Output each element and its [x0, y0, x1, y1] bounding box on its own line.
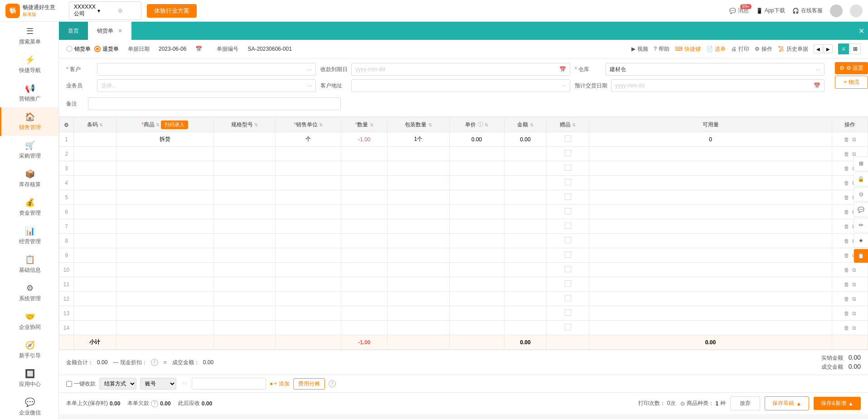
delete-icon[interactable]: 🗑 [844, 194, 849, 201]
warehouse-input[interactable]: 建材仓 ··· [606, 63, 824, 76]
save-new-button[interactable]: 保存&新增 ▲ [814, 397, 861, 410]
payment-checkbox-input[interactable] [66, 381, 72, 387]
float-btn-4[interactable]: 💬 [853, 202, 868, 217]
sidebar-item-inventory[interactable]: 📦 库存核算 [0, 164, 58, 193]
row-1-product[interactable]: 拆货 [116, 132, 213, 147]
delete-icon[interactable]: 🗑 [844, 238, 849, 244]
delete-icon[interactable]: 🗑 [844, 325, 849, 331]
next-record-button[interactable]: ▶ [824, 44, 833, 53]
sort-icon[interactable]: ⇅ [99, 122, 103, 127]
spec-sort-icon[interactable]: ⇅ [254, 122, 258, 127]
prev-record-button[interactable]: ◀ [814, 44, 823, 53]
sidebar-item-basic[interactable]: 📋 基础信息 [0, 250, 58, 279]
list-view-button[interactable]: ≡ [838, 43, 849, 54]
delete-icon[interactable]: 🗑 [844, 223, 849, 230]
delete-icon[interactable]: 🗑 [844, 267, 849, 273]
copy-icon[interactable]: ⧉ [852, 296, 856, 302]
float-btn-7[interactable]: 📋 [853, 249, 868, 263]
delete-icon[interactable]: 🗑 [844, 151, 849, 157]
operation-action[interactable]: ⚙ 操作 [755, 45, 772, 53]
row-1-pkg-qty[interactable]: 1个 [388, 132, 450, 147]
float-btn-1[interactable]: ⊞ [853, 156, 868, 171]
price-sort-icon[interactable]: ⇅ [485, 122, 488, 127]
copy-icon[interactable]: ⧉ [852, 310, 856, 317]
row-1-amount[interactable]: 0.00 [504, 132, 547, 147]
help-action[interactable]: ? 帮助 [654, 45, 669, 53]
sidebar-item-apps[interactable]: 🔲 应用中心 [0, 364, 58, 393]
delete-icon[interactable]: 🗑 [844, 165, 849, 172]
delete-icon[interactable]: 🗑 [844, 209, 849, 215]
product-kind-radio-icon[interactable]: ⊙ [680, 400, 685, 407]
video-action[interactable]: ▶ 视频 [631, 45, 648, 53]
delete-icon[interactable]: 🗑 [844, 296, 849, 302]
shortcut-key-action[interactable]: ⌨ 快捷键 [675, 45, 701, 53]
sidebar-item-operations[interactable]: 📊 经营管理 [0, 222, 58, 250]
float-btn-2[interactable]: 🔒 [853, 172, 868, 186]
delete-icon[interactable]: 🗑 [844, 180, 849, 186]
price-info-icon[interactable]: ⓘ [478, 121, 483, 128]
payment-method-select[interactable]: 结算方式 [99, 378, 136, 390]
sidebar-item-purchase[interactable]: 🛒 采购管理 [0, 136, 58, 164]
row-2-product[interactable] [116, 147, 213, 161]
calendar-icon[interactable]: 📅 [195, 46, 202, 52]
grid-view-button[interactable]: ⊞ [850, 43, 861, 54]
expense-help-icon[interactable]: ? [329, 380, 336, 387]
gear-icon[interactable]: ⚙ [118, 8, 136, 14]
delete-icon[interactable]: 🗑 [844, 310, 849, 317]
tab-home[interactable]: 首页 [59, 22, 88, 40]
delete-icon[interactable]: 🗑 [844, 281, 849, 288]
print-action[interactable]: 🖨 打印 [731, 45, 749, 53]
sidebar-item-guide[interactable]: 🧭 新手引导 [0, 336, 58, 364]
sidebar-item-wechat[interactable]: 💬 企业微信 [0, 393, 58, 419]
message-item[interactable]: 💬 消息 99+ [729, 7, 749, 14]
float-btn-5[interactable]: ✏ [853, 218, 868, 232]
copy-icon[interactable]: ⧉ [852, 281, 856, 288]
discard-button[interactable]: 放弃 [730, 396, 760, 410]
payment-amount-input[interactable] [192, 378, 266, 390]
delete-icon-1[interactable]: 🗑 [844, 136, 849, 143]
due-date-calendar-icon[interactable]: 📅 [559, 66, 566, 72]
gift-checkbox-1[interactable] [565, 135, 571, 142]
sidebar-item-corp[interactable]: 🤝 企业协同 [0, 307, 58, 336]
radio-return-order[interactable]: 退货单 [94, 45, 119, 53]
amount-sort-icon[interactable]: ⇅ [530, 122, 533, 127]
history-action[interactable]: 📜 历史单据 [778, 45, 808, 53]
trial-button[interactable]: 体验行业方案 [147, 4, 197, 18]
expected-date-calendar-icon[interactable]: 📅 [814, 82, 820, 89]
row-2-barcode[interactable] [74, 147, 116, 161]
save-draft-button[interactable]: 保存草稿 ▲ [765, 396, 809, 410]
online-service-item[interactable]: 🎧 在线客服 [792, 7, 823, 14]
sidebar-item-marketing[interactable]: 📢 营销推广 [0, 79, 58, 107]
float-btn-6[interactable]: ★ [853, 233, 868, 248]
select-order-action[interactable]: 📄 选单 [706, 45, 726, 53]
payment-account-select[interactable]: 账号 [140, 378, 176, 390]
delete-icon[interactable]: 🗑 [844, 252, 849, 259]
row-1-spec[interactable] [213, 132, 276, 147]
sidebar-item-sales[interactable]: 🏠 销售管理 [0, 107, 58, 136]
tab-close-icon[interactable]: ✕ [118, 28, 122, 34]
customer-addr-input[interactable]: ··· [351, 79, 570, 92]
salesperson-input[interactable]: 选择... ··· [97, 79, 316, 92]
company-selector[interactable]: XXXXXX公司 ▾ ⚙ [69, 1, 141, 20]
row-1-price[interactable]: 0.00 [449, 132, 504, 147]
row-1-gift[interactable] [547, 132, 589, 147]
float-btn-3[interactable]: ⊙ [853, 187, 868, 202]
close-all-tabs-button[interactable]: ✕ [858, 27, 864, 35]
sidebar-item-system[interactable]: ⚙ 系统管理 [0, 279, 58, 307]
sidebar-item-shortcut[interactable]: ⚡ 快捷导航 [0, 50, 58, 79]
copy-icon[interactable]: ⧉ [852, 267, 856, 273]
product-sort-icon[interactable]: ⇅ [156, 122, 160, 127]
copy-icon[interactable]: ⧉ [852, 325, 856, 331]
row-1-unit[interactable]: 个 [276, 132, 341, 147]
sidebar-item-finance[interactable]: 💰 资金管理 [0, 193, 58, 222]
app-download-item[interactable]: 📱 App下载 [756, 7, 785, 14]
radio-sales-order[interactable]: 销货单 [66, 45, 91, 53]
notes-input[interactable] [88, 97, 341, 110]
copy-icon-1[interactable]: ⧉ [852, 136, 856, 143]
row-1-barcode[interactable] [74, 132, 116, 147]
user-avatar-2[interactable] [850, 5, 863, 17]
customer-input[interactable]: ··· [97, 63, 316, 76]
row-1-qty[interactable]: -1.00 [341, 132, 388, 147]
scan-button[interactable]: 扫码录入 [161, 120, 188, 129]
logistics-button[interactable]: + 物流 [835, 76, 868, 89]
